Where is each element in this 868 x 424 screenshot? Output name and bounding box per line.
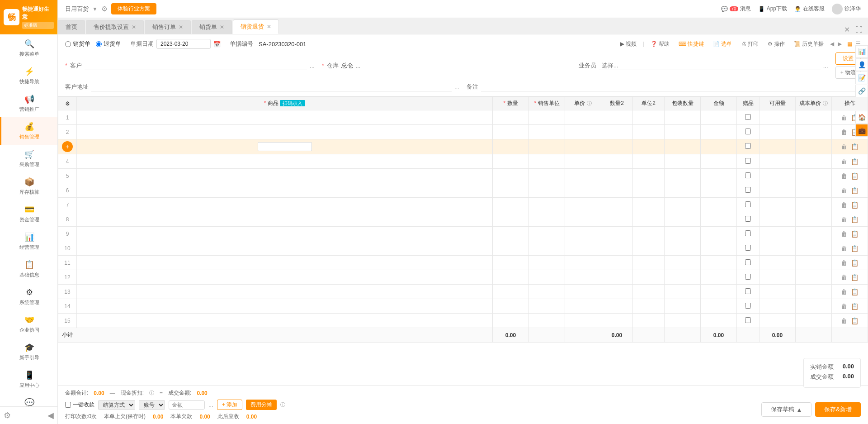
account-no-select[interactable]: 账号 <box>139 400 165 410</box>
sidebar-item-marketing[interactable]: 📢 营销推广 <box>0 90 57 117</box>
sidebar-item-enterprise[interactable]: 🤝 企业协同 <box>0 310 57 338</box>
delete-row-icon[interactable]: 🗑 <box>840 114 848 121</box>
copy-row-icon[interactable]: 📋 <box>850 216 859 223</box>
sidebar-item-inventory[interactable]: 📦 库存核算 <box>0 172 57 200</box>
payment-select-btn[interactable]: ... <box>208 401 213 408</box>
delete-row-icon[interactable]: 🗑 <box>840 129 848 136</box>
address-select-btn[interactable]: ... <box>454 84 459 91</box>
app-download-button[interactable]: 📱 App下载 <box>758 5 787 13</box>
product-cell-active[interactable] <box>77 139 493 154</box>
gift-checkbox[interactable] <box>745 143 751 149</box>
calendar-icon[interactable]: 📅 <box>213 41 221 48</box>
qty2-cell[interactable] <box>601 139 633 154</box>
copy-row-icon[interactable]: 📋 <box>850 230 859 238</box>
type-return-input[interactable] <box>96 41 102 47</box>
add-payment-button[interactable]: + 添加 <box>217 400 242 410</box>
sidebar-item-wechat[interactable]: 💬 企业微信 <box>0 393 57 406</box>
sidebar-item-system[interactable]: ⚙ 系统管理 <box>0 283 57 310</box>
copy-row-icon[interactable]: 📋 <box>850 274 859 281</box>
copy-row-icon[interactable]: 📋 <box>850 187 859 194</box>
cost-cell[interactable] <box>796 125 832 139</box>
help-btn[interactable]: ❓ 帮助 <box>648 39 672 49</box>
history-btn[interactable]: 📜 历史单据 <box>791 39 826 49</box>
amount-cell[interactable] <box>701 139 737 154</box>
settlement-method-select[interactable]: 结算方式 <box>98 400 135 410</box>
tab-close-icon[interactable]: ✕ <box>220 24 224 30</box>
one-key-collect-checkbox[interactable] <box>65 402 71 408</box>
gear-settings-icon[interactable]: ⚙ <box>101 5 108 13</box>
delete-row-icon[interactable]: 🗑 <box>840 230 848 238</box>
copy-row-icon[interactable]: 📋 <box>850 317 859 324</box>
unit-cell[interactable] <box>529 110 565 125</box>
date-input[interactable] <box>156 39 211 49</box>
fees-split-button[interactable]: 费用分摊 <box>246 400 277 410</box>
product-input[interactable] <box>258 142 312 151</box>
tab-close-icon[interactable]: ✕ <box>267 24 271 30</box>
amount-cell[interactable] <box>701 110 737 125</box>
qty-cell[interactable] <box>493 110 529 125</box>
select-order-btn[interactable]: 📄 选单 <box>710 39 735 49</box>
print-btn[interactable]: 🖨 打印 <box>738 39 761 49</box>
shortcut-btn[interactable]: ⌨ 快捷键 <box>676 39 707 49</box>
qty2-cell[interactable] <box>601 110 633 125</box>
panel-btn-6[interactable]: 🏠 <box>855 111 868 124</box>
experience-button[interactable]: 体验行业方案 <box>111 3 156 14</box>
save-new-button[interactable]: 保存&新增 <box>815 402 861 417</box>
delete-row-icon[interactable]: 🗑 <box>840 317 848 324</box>
qty2-cell[interactable] <box>601 125 633 139</box>
cost-cell[interactable] <box>796 139 832 154</box>
price-cell[interactable] <box>565 110 601 125</box>
pack-cell[interactable] <box>665 139 701 154</box>
gift-checkbox[interactable] <box>745 114 751 120</box>
sidebar-item-basic-info[interactable]: 📋 基础信息 <box>0 255 57 283</box>
video-btn[interactable]: ▶ 视频 <box>618 39 639 49</box>
collapse-icon[interactable]: ◀ <box>47 410 54 420</box>
gift-cell[interactable] <box>737 139 760 154</box>
pack-cell[interactable] <box>665 125 701 139</box>
type-sales-radio[interactable]: 销货单 <box>65 40 90 48</box>
available-cell[interactable] <box>760 110 796 125</box>
cost-cell[interactable] <box>796 110 832 125</box>
online-service-button[interactable]: 👨‍💼 在线客服 <box>794 5 825 13</box>
sidebar-item-guide[interactable]: 🎓 新手引导 <box>0 338 57 366</box>
product-cell[interactable] <box>77 125 493 139</box>
unit-cell[interactable] <box>529 139 565 154</box>
sidebar-item-finance[interactable]: 💳 资金管理 <box>0 200 57 228</box>
salesperson-input[interactable] <box>599 61 821 70</box>
sidebar-item-quicknav[interactable]: ⚡ 快捷导航 <box>0 62 57 90</box>
tab-price-extract[interactable]: 售价提取设置 ✕ <box>86 20 144 34</box>
tab-close-icon[interactable]: ✕ <box>179 24 183 30</box>
dropdown-icon[interactable]: ▼ <box>92 6 98 12</box>
delete-row-icon[interactable]: 🗑 <box>840 201 848 209</box>
operation-btn[interactable]: ⚙ 操作 <box>765 39 788 49</box>
next-record-btn[interactable]: ▶ <box>838 41 842 47</box>
sidebar-item-sales[interactable]: 💰 销售管理 <box>0 117 57 145</box>
panel-btn-3[interactable]: 📝 <box>855 71 868 84</box>
unit-cell[interactable] <box>529 125 565 139</box>
gift-checkbox[interactable] <box>745 129 751 134</box>
grid-view-btn[interactable]: ▦ <box>847 41 852 47</box>
customer-input[interactable] <box>85 61 307 70</box>
type-sales-input[interactable] <box>65 41 71 47</box>
available-cell[interactable] <box>760 125 796 139</box>
save-draft-button[interactable]: 保存草稿 ▲ <box>761 402 811 417</box>
user-profile[interactable]: 徐泽华 <box>832 4 861 14</box>
add-row-button[interactable]: + <box>62 141 73 152</box>
delete-row-icon[interactable]: 🗑 <box>840 187 848 194</box>
copy-row-icon[interactable]: 📋 <box>850 303 859 310</box>
unit2-cell[interactable] <box>633 139 665 154</box>
sidebar-item-search[interactable]: 🔍 搜索菜单 <box>0 34 57 62</box>
delete-row-icon[interactable]: 🗑 <box>840 245 848 252</box>
tab-sales-return[interactable]: 销货退货 ✕ <box>233 19 279 34</box>
prev-record-btn[interactable]: ◀ <box>830 41 834 47</box>
panel-btn-7[interactable]: 💼 <box>855 124 868 137</box>
tab-home[interactable]: 首页 <box>58 20 85 34</box>
qty-cell[interactable] <box>493 125 529 139</box>
delete-row-icon[interactable]: 🗑 <box>840 259 848 267</box>
delete-row-icon[interactable]: 🗑 <box>840 143 848 150</box>
sidebar-item-purchase[interactable]: 🛒 采购管理 <box>0 145 57 172</box>
notification-button[interactable]: 💬 70 消息 <box>721 5 751 13</box>
delete-row-icon[interactable]: 🗑 <box>840 172 848 180</box>
one-key-collect-label[interactable]: 一键收款 <box>65 401 94 409</box>
sidebar-item-operations[interactable]: 📊 经营管理 <box>0 228 57 255</box>
